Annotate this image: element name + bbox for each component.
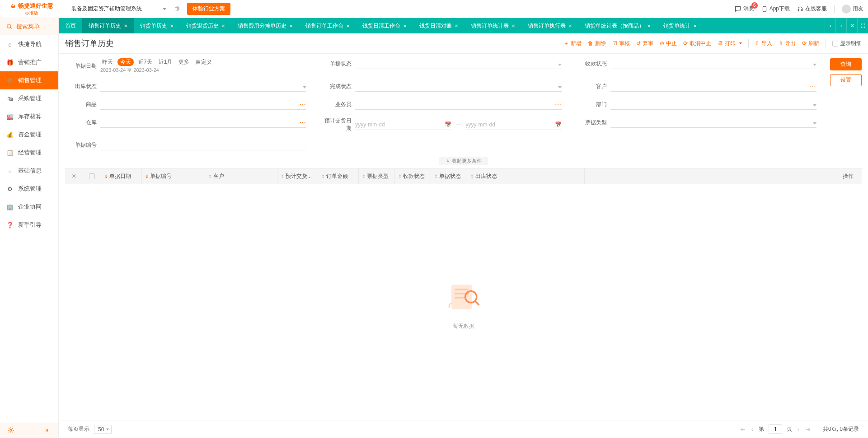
sidebar-item-3[interactable]: 🛍采购管理 [0,89,58,107]
tab-scroll-left[interactable]: ‹ [825,18,835,33]
column-header[interactable]: 出库状态 [467,168,585,184]
filter-doc-status[interactable]: 单据状态 [320,58,561,69]
close-icon[interactable]: ✕ [289,23,293,28]
expect-date-from[interactable]: yyyy-mm-dd📅 [355,119,451,130]
page-next[interactable]: › [797,426,800,433]
close-icon[interactable]: ✕ [403,23,407,28]
query-button[interactable]: 查询 [830,58,862,70]
sidebar-item-1[interactable]: 🎁营销推广 [0,53,58,71]
sidebar-item-4[interactable]: 🏭库存核算 [0,107,58,126]
filter-dept[interactable]: 部门 [575,99,816,110]
column-header[interactable]: 客户 [205,168,277,184]
import-button[interactable]: ⇩导入 [755,40,772,47]
column-header[interactable]: 单据编号 [142,168,205,184]
page-first[interactable]: ⇤ [740,426,746,433]
collapse-filters[interactable]: 收起更多条件 [439,157,488,165]
close-icon[interactable]: ✕ [568,23,572,28]
settings-icon[interactable] [7,427,14,434]
tab-2[interactable]: 销货退货历史✕ [180,18,231,33]
date-tab-5[interactable]: 自定义 [194,58,214,66]
close-icon[interactable]: ✕ [221,23,225,28]
setting-button[interactable]: 设置 [830,74,862,86]
gear-icon[interactable] [173,5,180,13]
tab-10[interactable]: 销货单统计✕ [657,18,703,33]
column-header[interactable]: 收款状态 [395,168,431,184]
filter-customer[interactable]: 客户 ⋯ [575,81,816,92]
filter-doc-no[interactable]: 单据编号 [65,140,306,150]
close-icon[interactable]: ✕ [170,23,174,28]
column-header[interactable]: 票据类型 [359,168,395,184]
expect-date-to[interactable]: yyyy-mm-dd📅 [466,119,562,130]
tab-scroll-right[interactable]: › [835,18,846,33]
close-icon[interactable]: ✕ [647,23,651,28]
close-icon[interactable]: ✕ [455,23,458,28]
app-download-link[interactable]: App下载 [761,5,790,13]
close-icon[interactable]: ✕ [511,23,515,28]
search-menu[interactable]: 搜索菜单 [0,18,58,35]
tab-3[interactable]: 销售费用分摊单历史✕ [231,18,299,33]
column-settings[interactable] [65,168,83,184]
filter-warehouse[interactable]: 仓库 ⋯ [65,117,306,128]
delete-button[interactable]: 🗑删除 [588,40,606,47]
tab-4[interactable]: 销售订单工作台✕ [299,18,356,33]
filter-pay-status[interactable]: 收款状态 [575,58,816,69]
per-page-select[interactable]: 50 [94,425,112,434]
column-header[interactable]: 单据状态 [431,168,467,184]
page-input[interactable] [769,424,782,434]
tab-7[interactable]: 销售订单统计表✕ [464,18,521,33]
filter-invoice-type[interactable]: 票据类型 [575,117,816,128]
select-all[interactable] [83,168,101,184]
column-header[interactable]: 单据日期 [101,168,142,184]
tab-fullscreen[interactable] [857,18,868,33]
date-tab-4[interactable]: 更多 [177,58,191,66]
date-tab-3[interactable]: 近1月 [157,58,174,66]
date-tab-0[interactable]: 昨天 [100,58,115,66]
filter-done-status[interactable]: 完成状态 [320,81,561,92]
tab-close-all[interactable]: ✕ [846,18,857,33]
page-prev[interactable]: ‹ [751,426,754,433]
user-menu[interactable]: 用友 [842,5,863,14]
tab-8[interactable]: 销售订单执行表✕ [521,18,578,33]
service-link[interactable]: 在线客服 [797,5,827,13]
tab-0[interactable]: 销售订单历史✕ [82,18,134,33]
sidebar-item-0[interactable]: ⌂快捷导航 [0,35,58,53]
sidebar-item-6[interactable]: 📋经营管理 [0,144,58,162]
filter-doc-date: 单据日期 昨天今天近7天近1月更多自定义 2023-03-24 至 2023-0… [65,58,306,74]
system-name[interactable]: 装备及固定资产辅助管理系统 [68,3,169,14]
date-tab-2[interactable]: 近7天 [136,58,154,66]
date-tab-1[interactable]: 今天 [117,58,134,66]
print-button[interactable]: 🖶打印 [718,40,742,47]
industry-button[interactable]: 体验行业方案 [187,3,230,15]
close-icon[interactable]: ✕ [346,23,350,28]
close-icon[interactable]: ✕ [693,23,697,28]
sidebar-item-9[interactable]: 🏢企业协同 [0,198,58,216]
tab-1[interactable]: 销货单历史✕ [134,18,180,33]
sidebar-item-7[interactable]: ≡基础信息 [0,162,58,180]
page-last[interactable]: ⇥ [805,426,811,433]
messages-link[interactable]: 消息 6 [734,5,754,13]
audit-button[interactable]: ☑审核 [612,40,630,47]
export-button[interactable]: ⇧导出 [779,40,796,47]
unstop-button[interactable]: ⟳取消中止 [683,40,711,47]
sidebar-item-8[interactable]: ⚙系统管理 [0,180,58,198]
column-header[interactable]: 预计交货... [277,168,318,184]
collapse-sidebar-icon[interactable] [44,427,51,434]
system-selector[interactable]: 装备及固定资产辅助管理系统 体验行业方案 [68,3,230,15]
tab-5[interactable]: 钱货日清工作台✕ [356,18,413,33]
tab-6[interactable]: 钱货日清对账✕ [413,18,464,33]
close-icon[interactable]: ✕ [124,23,127,28]
column-header[interactable]: 订单金额 [318,168,359,184]
tab-9[interactable]: 销货单统计表（按商品）✕ [578,18,657,33]
stop-button[interactable]: ⊘中止 [660,40,677,47]
refresh-button[interactable]: ⟳刷新 [802,40,819,47]
sidebar-item-5[interactable]: 💰资金管理 [0,126,58,144]
detail-toggle[interactable]: 显示明细 [832,40,862,47]
filter-salesman[interactable]: 业务员 ⋯ [320,99,561,110]
tab-home[interactable]: 首页 [59,18,82,33]
discard-button[interactable]: ↺弃审 [636,40,653,47]
sidebar-item-10[interactable]: ❓新手引导 [0,216,58,234]
filter-product[interactable]: 商品 ⋯ [65,99,306,110]
sidebar-item-2[interactable]: 🛒销售管理 [0,71,58,89]
add-button[interactable]: ＋新增 [563,40,582,47]
filter-out-status[interactable]: 出库状态 [65,81,306,92]
